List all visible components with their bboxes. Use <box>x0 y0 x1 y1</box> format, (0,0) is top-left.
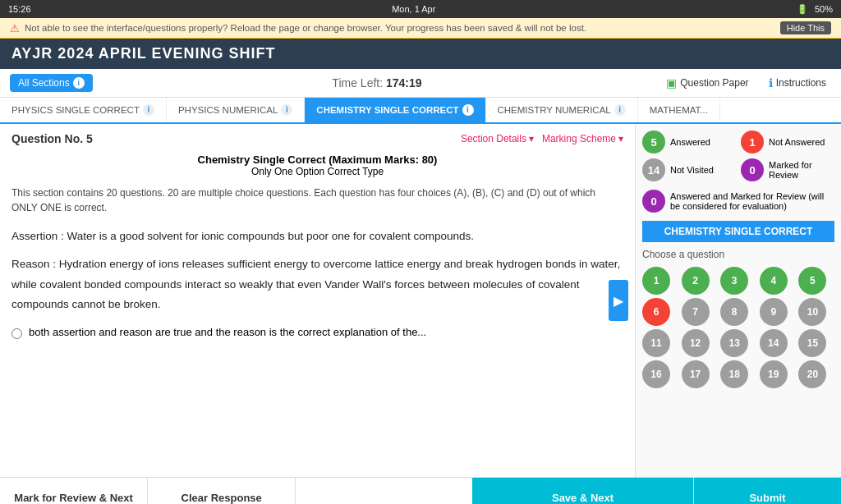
timer-value: 174:19 <box>386 76 422 89</box>
all-sections-info-icon: i <box>73 77 85 89</box>
instructions-label: Instructions <box>776 77 826 89</box>
question-grid-btn-10[interactable]: 10 <box>798 298 826 326</box>
question-grid-btn-7[interactable]: 7 <box>682 298 710 326</box>
tab-mathematics-label: MATHEMAT... <box>650 105 708 115</box>
question-assertion: Assertion : Water is a good solvent for … <box>11 227 623 246</box>
tab-physics-numerical-info: i <box>281 104 292 116</box>
answered-label: Answered <box>670 137 710 147</box>
option-text-1: both assertion and reason are true and t… <box>29 326 426 338</box>
question-grid-btn-2[interactable]: 2 <box>682 267 710 295</box>
section-details-chevron: ▾ <box>529 133 534 144</box>
question-grid-btn-1[interactable]: 1 <box>642 267 670 295</box>
right-panel: 5 Answered 1 Not Answered 14 Not Visited… <box>636 124 841 477</box>
question-type-title: Chemistry Single Correct (Maximum Marks:… <box>11 153 623 166</box>
section-details-label: Section Details <box>461 133 526 144</box>
question-grid-btn-8[interactable]: 8 <box>720 298 748 326</box>
tab-physics-numerical[interactable]: PHYSICS NUMERICAL i <box>167 98 305 122</box>
status-right: 🔋 50% <box>797 4 833 15</box>
all-sections-label: All Sections <box>18 77 70 89</box>
question-reason: Reason : Hydration energy of ions releas… <box>11 254 623 314</box>
choose-question-label: Choose a question <box>642 249 834 260</box>
question-grid-btn-3[interactable]: 3 <box>720 267 748 295</box>
question-paper-icon: ▣ <box>666 76 677 89</box>
status-bar: 15:26 Mon, 1 Apr 🔋 50% <box>0 0 841 18</box>
question-grid-btn-19[interactable]: 19 <box>760 360 788 388</box>
hide-button[interactable]: Hide This <box>780 21 831 34</box>
clear-response-button[interactable]: Clear Response <box>148 478 296 504</box>
timer-container: Time Left: 174:19 <box>332 76 421 89</box>
question-paper-button[interactable]: ▣ Question Paper <box>661 74 753 92</box>
bottom-bar: Mark for Review & Next Clear Response Sa… <box>0 477 841 504</box>
answered-marked-badge: 0 <box>642 190 665 213</box>
warning-text: Not able to see the interface/questions … <box>25 23 586 33</box>
spacer <box>296 478 472 504</box>
marking-scheme-button[interactable]: Marking Scheme ▾ <box>542 133 623 144</box>
tab-chemistry-single-label: CHEMISTRY SINGLE CORRECT <box>316 105 458 115</box>
instructions-button[interactable]: ℹ Instructions <box>764 74 831 92</box>
question-grid-btn-5[interactable]: 5 <box>798 267 826 295</box>
question-type-box: Chemistry Single Correct (Maximum Marks:… <box>11 153 623 177</box>
section-info-text: This section contains 20 questions. 20 a… <box>11 186 623 215</box>
section-details-button[interactable]: Section Details ▾ <box>461 133 534 144</box>
answer-option-1: both assertion and reason are true and t… <box>11 326 623 339</box>
answered-badge: 5 <box>642 131 665 153</box>
question-grid-btn-15[interactable]: 15 <box>798 329 826 357</box>
all-sections-button[interactable]: All Sections i <box>10 74 93 92</box>
question-actions: Section Details ▾ Marking Scheme ▾ <box>461 133 623 144</box>
question-grid-btn-9[interactable]: 9 <box>760 298 788 326</box>
not-visited-badge: 14 <box>642 158 665 181</box>
question-grid-btn-13[interactable]: 13 <box>720 329 748 357</box>
marked-review-badge: 0 <box>741 158 764 181</box>
question-type-sub: Only One Option Correct Type <box>11 166 623 177</box>
question-grid-btn-14[interactable]: 14 <box>760 329 788 357</box>
section-panel-header: CHEMISTRY SINGLE CORRECT <box>642 221 834 242</box>
tab-mathematics[interactable]: MATHEMAT... <box>638 98 720 122</box>
question-grid-btn-16[interactable]: 16 <box>642 360 670 388</box>
tab-physics-numerical-label: PHYSICS NUMERICAL <box>178 105 278 115</box>
tab-chemistry-single-info: i <box>462 104 474 116</box>
question-grid-btn-20[interactable]: 20 <box>798 360 826 388</box>
question-grid-btn-4[interactable]: 4 <box>760 267 788 295</box>
question-grid-btn-11[interactable]: 11 <box>642 329 670 357</box>
toolbar: All Sections i Time Left: 174:19 ▣ Quest… <box>0 69 841 98</box>
submit-label: Submit <box>749 492 785 504</box>
answered-marked-label: Answered and Marked for Review (will be … <box>670 191 834 211</box>
question-header: Question No. 5 Section Details ▾ Marking… <box>11 132 623 145</box>
battery-icon: 🔋 <box>797 4 808 15</box>
mark-review-button[interactable]: Mark for Review & Next <box>0 478 148 504</box>
question-grid-btn-6[interactable]: 6 <box>642 298 670 326</box>
app-title: AYJR 2024 APRIL EVENING SHIFT <box>11 45 275 62</box>
question-grid-btn-18[interactable]: 18 <box>720 360 748 388</box>
warning-text-container: ⚠ Not able to see the interface/question… <box>10 22 586 34</box>
battery-level: 50% <box>815 4 833 14</box>
tab-physics-single[interactable]: PHYSICS SINGLE CORRECT i <box>0 98 167 122</box>
tab-physics-single-label: PHYSICS SINGLE CORRECT <box>11 105 140 115</box>
status-date: Mon, 1 Apr <box>392 4 435 14</box>
option-radio-1[interactable] <box>11 328 22 339</box>
legend-marked-review: 0 Marked for Review <box>741 158 834 181</box>
not-visited-label: Not Visited <box>670 165 714 175</box>
scroll-right-button[interactable]: ▶ <box>609 280 628 321</box>
marked-review-label: Marked for Review <box>769 160 834 180</box>
legend-grid: 5 Answered 1 Not Answered 14 Not Visited… <box>642 131 834 181</box>
not-answered-badge: 1 <box>741 131 764 153</box>
question-paper-label: Question Paper <box>680 77 748 89</box>
clear-response-label: Clear Response <box>182 492 262 504</box>
header-actions: ▣ Question Paper ℹ Instructions <box>661 74 831 92</box>
tab-chemistry-numerical-label: CHEMISTRY NUMERICAL <box>498 105 611 115</box>
instructions-icon: ℹ <box>769 76 773 89</box>
marking-scheme-chevron: ▾ <box>618 133 623 144</box>
tabs-row: PHYSICS SINGLE CORRECT i PHYSICS NUMERIC… <box>0 98 841 124</box>
tab-chemistry-numerical[interactable]: CHEMISTRY NUMERICAL i <box>486 98 638 122</box>
timer-label: Time Left: <box>332 76 383 89</box>
save-next-button[interactable]: Save & Next <box>472 478 694 504</box>
question-grid-btn-17[interactable]: 17 <box>682 360 710 388</box>
question-text: Assertion : Water is a good solvent for … <box>11 227 623 314</box>
tab-physics-single-info: i <box>143 104 154 116</box>
question-grid-btn-12[interactable]: 12 <box>682 329 710 357</box>
submit-button[interactable]: Submit <box>694 478 841 504</box>
tab-chemistry-single[interactable]: CHEMISTRY SINGLE CORRECT i <box>305 98 485 122</box>
mark-review-label: Mark for Review & Next <box>14 492 133 504</box>
main-layout: Question No. 5 Section Details ▾ Marking… <box>0 124 841 477</box>
not-answered-label: Not Answered <box>769 137 825 147</box>
